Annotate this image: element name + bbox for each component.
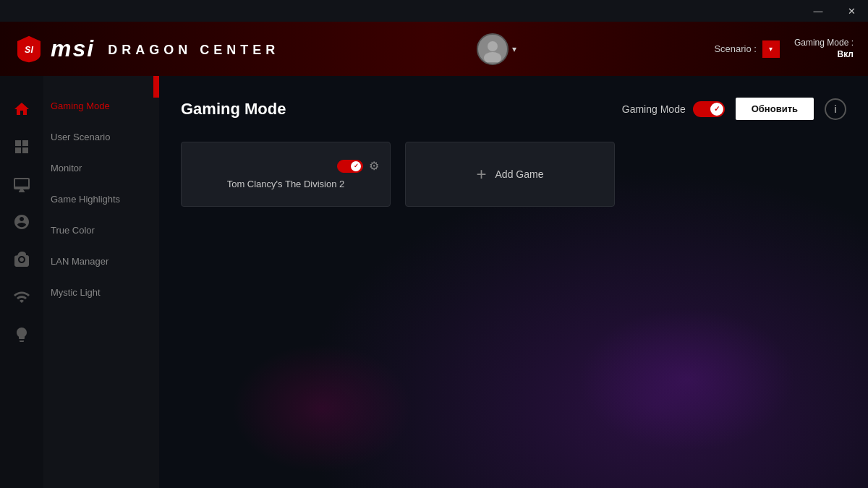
page-header: Gaming Mode Gaming Mode ✓ Обновить i [181,98,846,120]
toggle-check-icon: ✓ [714,105,720,113]
header-right: Scenario : ▾ Gaming Mode : Вкл [714,38,868,60]
game-card-division2[interactable]: ✓ ⚙ Tom Clancy's The Division 2 [181,142,391,207]
network-icon [13,288,30,306]
msi-text-logo: msi [51,35,95,62]
user-avatar [477,33,509,65]
camera-icon [13,213,30,231]
titlebar: — ✕ [0,0,868,22]
app-name-label: DRAGON CENTER [108,43,279,58]
game-toggle-knob: ✓ [351,161,361,171]
info-button[interactable]: i [825,98,846,120]
add-game-label: Add Game [495,168,544,180]
sidebar-mystic-light-label: Mystic Light [51,287,101,298]
header-gaming-mode-value: Вкл [794,49,854,61]
bg-glow-1 [579,307,796,452]
user-avatar-wrapper[interactable]: ▾ [477,33,516,65]
sidebar-lan-manager-label: LAN Manager [51,256,109,267]
avatar-icon [480,36,506,62]
monitor-icon [13,176,30,193]
sidebar-icon-user-scenario[interactable] [0,128,43,166]
game-card-content: ✓ ⚙ Tom Clancy's The Division 2 [192,159,379,189]
add-game-card[interactable]: + Add Game [405,142,615,207]
close-button[interactable]: ✕ [835,0,868,22]
svg-text:SI: SI [25,44,33,54]
game-name-label: Tom Clancy's The Division 2 [192,179,379,189]
sidebar-icon-mystic-light[interactable] [0,316,43,354]
update-button[interactable]: Обновить [736,98,814,120]
avatar-chevron-icon: ▾ [512,44,516,54]
header-gaming-mode-label: Gaming Mode : [794,38,854,49]
main-content: Gaming Mode Gaming Mode ✓ Обновить i [159,76,868,488]
logo-area: SI msi DRAGON CENTER [0,35,279,64]
sidebar-true-color-label: True Color [51,225,95,236]
header: SI msi DRAGON CENTER ▾ Scenario : ▾ Gami… [0,22,868,76]
game-gear-icon[interactable]: ⚙ [369,159,379,173]
sidebar-icon-true-color[interactable] [0,241,43,278]
sidebar-icon-lan-manager[interactable] [0,278,43,316]
page-title: Gaming Mode [181,100,286,119]
gaming-mode-control: Gaming Mode ✓ [622,101,725,117]
sidebar-gaming-mode-label: Gaming Mode [51,100,110,111]
scenario-label: Scenario : [714,43,757,54]
scenario-section: Scenario : ▾ [714,40,780,58]
svg-point-2 [484,52,501,62]
sidebar-icon-game-highlights[interactable] [0,203,43,241]
game-cards-container: ✓ ⚙ Tom Clancy's The Division 2 + Add Ga… [181,142,846,207]
msi-logo-icon: SI [14,35,43,64]
scenario-dropdown-arrow: ▾ [769,45,773,53]
add-game-plus-icon: + [477,164,487,184]
sidebar-game-highlights-label: Game Highlights [51,194,120,205]
light-icon [13,326,30,343]
grid-icon [13,138,30,155]
toggle-knob: ✓ [710,103,723,116]
home-icon [13,100,30,118]
gaming-mode-toggle-label: Gaming Mode [622,103,686,115]
game-toggle-check-icon: ✓ [354,163,359,169]
game-card-controls: ✓ ⚙ [192,159,379,173]
bg-glow-2 [231,343,412,474]
sidebar-icon-monitor[interactable] [0,166,43,203]
scenario-dropdown[interactable]: ▾ [762,40,780,58]
svg-point-1 [488,41,498,51]
sidebar-icon-gaming-mode[interactable] [0,90,43,128]
sidebar-monitor-label: Monitor [51,163,82,174]
sidebar-icons [0,76,43,488]
page-controls: Gaming Mode ✓ Обновить i [622,98,846,120]
toolbox-icon [13,251,30,268]
sidebar-user-scenario-label: User Scenario [51,132,110,142]
game-toggle[interactable]: ✓ [337,160,363,173]
header-gaming-mode: Gaming Mode : Вкл [794,38,854,60]
header-center: ▾ [279,33,714,65]
gaming-mode-toggle[interactable]: ✓ [693,101,725,117]
minimize-button[interactable]: — [801,0,835,22]
